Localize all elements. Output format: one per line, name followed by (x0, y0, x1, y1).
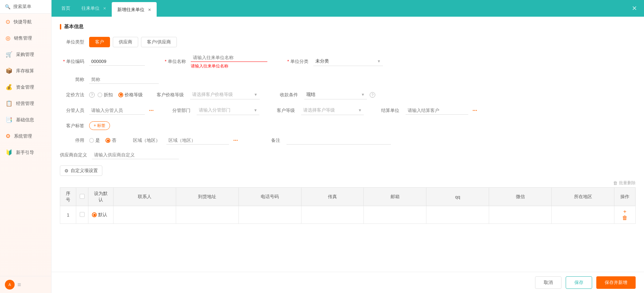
disabled-no-option[interactable]: 否 (105, 137, 116, 144)
save-button[interactable]: 保存 (566, 276, 592, 289)
cell-qq[interactable] (426, 206, 489, 224)
customer-level-placeholder: 请选择客户等级 (303, 107, 335, 113)
tab-partner[interactable]: 往来单位 ✕ (76, 0, 112, 17)
sidebar-item-sales[interactable]: ◎ 销售管理 (0, 30, 51, 46)
manager-ellipsis-btn[interactable]: ··· (148, 107, 155, 114)
cancel-button[interactable]: 取消 (535, 276, 561, 289)
disabled-yes-radio[interactable] (89, 138, 94, 143)
sidebar-item-label: 经营管理 (16, 100, 34, 107)
col-email: 邮箱 (364, 188, 426, 206)
region-cell-input[interactable] (555, 212, 611, 218)
pricing-level-option[interactable]: 价格等级 (118, 92, 143, 98)
header-checkbox[interactable] (80, 194, 85, 199)
sidebar-item-operation[interactable]: 📋 经营管理 (0, 95, 51, 112)
sidebar-item-label: 库存核算 (16, 68, 34, 74)
disabled-label: 停用 (60, 137, 84, 144)
tab-new-partner[interactable]: 新增往来单位 ✕ (112, 2, 157, 17)
save-new-button[interactable]: 保存并新增 (596, 276, 636, 289)
sidebar-item-quick-nav[interactable]: ⊙ 快捷导航 (0, 14, 51, 30)
pricing-level-radio[interactable] (118, 92, 123, 97)
settlement-unit-input[interactable] (406, 106, 468, 115)
cell-checkbox[interactable] (76, 206, 88, 224)
default-radio[interactable] (92, 212, 97, 217)
form-content: 基本信息 单位类型 客户 供应商 客户/供应商 单位编码 单位名称 请输入往来单… (52, 17, 644, 272)
manager-input[interactable] (89, 106, 145, 115)
unit-code-input[interactable] (89, 57, 145, 66)
address-input[interactable] (180, 212, 235, 218)
sidebar-item-label: 采购管理 (16, 51, 34, 58)
cell-fax[interactable] (301, 206, 364, 224)
region-ellipsis-btn[interactable]: ··· (232, 137, 239, 144)
dept-placeholder: 请输入分管部门 (199, 107, 230, 113)
purchase-icon: 🛒 (6, 51, 13, 58)
disabled-no-radio[interactable] (105, 138, 110, 143)
tab-home[interactable]: 首页 (56, 0, 76, 17)
window-close-button[interactable]: ✕ (629, 3, 640, 14)
col-contact: 联系人 (113, 188, 176, 206)
unit-type-both-btn[interactable]: 客户/供应商 (141, 37, 177, 47)
payment-terms-select[interactable]: 现结 ▼ (304, 90, 367, 99)
email-input[interactable] (367, 212, 423, 218)
remark-label: 备注 (256, 137, 280, 144)
wechat-input[interactable] (493, 212, 548, 218)
unit-name-input[interactable] (191, 54, 267, 62)
cell-contact[interactable] (113, 206, 176, 224)
customer-price-level-placeholder: 请选择客户价格等级 (192, 91, 233, 98)
region-input[interactable] (166, 136, 229, 145)
sidebar-item-system[interactable]: ⚙ 系统管理 (0, 128, 51, 144)
main-area: 首页 往来单位 ✕ 新增往来单位 ✕ ✕ 基本信息 单位类型 客户 供应商 客户… (52, 0, 644, 293)
col-qq: qq (426, 188, 489, 206)
unit-type-supplier-btn[interactable]: 供应商 (113, 37, 138, 47)
customer-tag-add-btn[interactable]: + 标签 (89, 121, 110, 130)
customer-price-level-select[interactable]: 请选择客户价格等级 ▼ (190, 90, 260, 99)
section-title-text: 基本信息 (64, 24, 84, 30)
short-name-input[interactable] (89, 75, 159, 84)
row-add-btn[interactable]: + (622, 209, 627, 214)
default-label: 默认 (98, 212, 107, 218)
unit-category-select[interactable]: 未分类 ▼ (313, 57, 383, 66)
pricing-discount-radio[interactable] (97, 92, 102, 97)
custom-settings-btn[interactable]: ⚙ 自定义项设置 (60, 165, 102, 176)
col-address: 到货地址 (176, 188, 238, 206)
cell-address[interactable] (176, 206, 238, 224)
qq-input[interactable] (430, 212, 485, 218)
tab-new-partner-close[interactable]: ✕ (148, 8, 151, 12)
unit-type-customer-btn[interactable]: 客户 (89, 37, 110, 47)
cell-email[interactable] (364, 206, 426, 224)
tab-partner-label: 往来单位 (81, 5, 100, 11)
settlement-ellipsis-btn[interactable]: ··· (471, 107, 478, 114)
pricing-help-icon[interactable]: ? (89, 92, 95, 98)
dept-select[interactable]: 请输入分管部门 ▼ (197, 106, 259, 115)
row-delete-btn[interactable]: 🗑 (621, 215, 629, 221)
sidebar-item-purchase[interactable]: 🛒 采购管理 (0, 46, 51, 63)
system-icon: ⚙ (6, 133, 10, 139)
cell-region[interactable] (552, 206, 614, 224)
section-basic-info: 基本信息 (60, 24, 636, 30)
cell-phone[interactable] (238, 206, 301, 224)
row-checkbox[interactable] (80, 212, 85, 217)
disabled-yes-option[interactable]: 是 (89, 137, 100, 144)
col-checkbox[interactable] (76, 188, 88, 206)
cell-wechat[interactable] (489, 206, 552, 224)
tab-partner-close[interactable]: ✕ (103, 6, 106, 11)
sidebar-expand-icon[interactable]: ≡ (17, 281, 21, 288)
cell-seq: 1 (60, 206, 76, 224)
tab-home-label: 首页 (61, 5, 70, 11)
sidebar-search[interactable]: 🔍 搜索菜单 (0, 0, 51, 14)
sidebar-item-basic[interactable]: 📑 基础信息 (0, 112, 51, 128)
fax-input[interactable] (305, 212, 360, 218)
sidebar-item-label: 新手引导 (16, 149, 34, 156)
contact-input[interactable] (117, 212, 172, 218)
supplier-custom-input[interactable] (92, 151, 179, 159)
remark-input[interactable] (286, 136, 391, 145)
customer-level-select[interactable]: 请选择客户等级 ▼ (301, 106, 364, 115)
sidebar-item-inventory[interactable]: 📦 库存核算 (0, 63, 51, 79)
batch-delete-label[interactable]: 批量删除 (619, 180, 636, 186)
pricing-discount-option[interactable]: 折扣 (97, 92, 113, 98)
sidebar-item-guide[interactable]: 🔰 新手引导 (0, 144, 51, 161)
sidebar-item-finance[interactable]: 💰 资金管理 (0, 79, 51, 95)
cell-default: 默认 (88, 206, 113, 224)
phone-input[interactable] (242, 212, 298, 218)
payment-help-icon[interactable]: ? (370, 92, 375, 98)
sidebar: 🔍 搜索菜单 ⊙ 快捷导航 ◎ 销售管理 🛒 采购管理 📦 库存核算 💰 资金管… (0, 0, 52, 293)
